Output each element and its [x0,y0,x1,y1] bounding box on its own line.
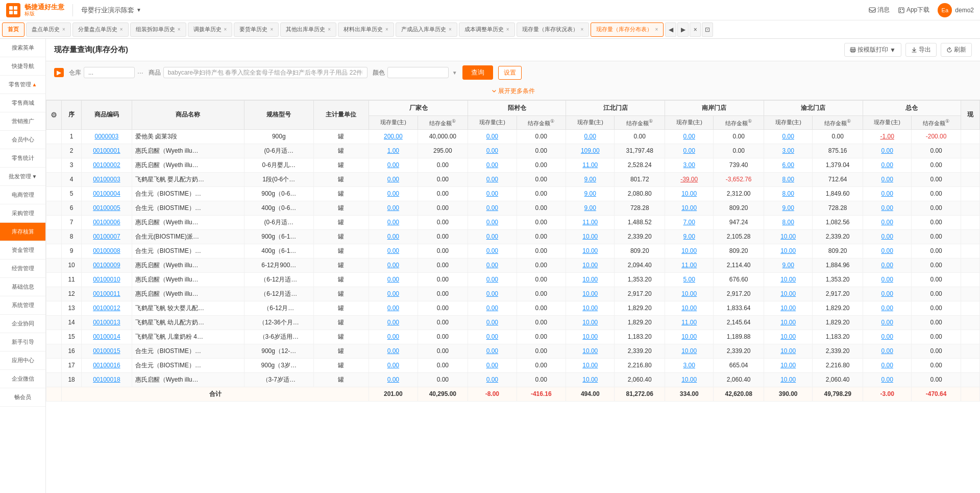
cell-code[interactable]: 00100011 [82,287,132,301]
tab-close-chengbentiaoz[interactable]: × [506,27,509,32]
cell-changjia-qty[interactable]: 0.00 [369,330,418,344]
cell-total-qty[interactable]: 0.00 [863,287,911,301]
cell-jiangbei-qty[interactable]: 10.00 [566,330,615,344]
cell-changjia-qty[interactable]: 0.00 [369,358,418,372]
cell-yubei-qty[interactable]: 6.00 [764,158,812,172]
sidebar-item-basic[interactable]: 基础信息 [0,278,45,296]
sidebar-item-ecom[interactable]: 电商管理 [0,186,45,204]
cell-yubei-qty[interactable]: 10.00 [764,287,812,301]
cell-changjia-qty[interactable]: 0.00 [369,272,418,287]
cell-mucun-qty[interactable]: 0.00 [468,215,517,229]
cell-code[interactable]: 00100008 [82,244,132,258]
cell-jiangbei-qty[interactable]: 9.00 [566,186,615,201]
tab-close-cailiaochu[interactable]: × [385,27,388,32]
color-dropdown-icon[interactable]: ▼ [452,70,457,76]
user-area[interactable]: Ea demo2 [938,3,974,17]
cell-nanan-qty[interactable]: 11.00 [665,258,713,272]
cell-total-qty[interactable]: 0.00 [863,344,911,358]
cell-changjia-qty[interactable]: 0.00 [369,158,418,172]
cell-jiangbei-qty[interactable]: 10.00 [566,244,615,258]
cell-yubei-qty[interactable]: 10.00 [764,358,812,372]
sidebar-item-retail-shop[interactable]: 零售商城 [0,94,45,112]
sidebar-item-retail-stats[interactable]: 零售统计 [0,149,45,168]
tab-close-kuanqk[interactable]: × [581,27,584,32]
cell-total-qty[interactable]: 0.00 [863,244,911,258]
print-btn[interactable]: 按模版打印▼ [844,43,901,57]
cell-code[interactable]: 00100012 [82,301,132,315]
cell-code[interactable]: 00100018 [82,372,132,387]
cell-nanan-qty[interactable]: 10.00 [665,372,713,387]
cell-code[interactable]: 00100010 [82,272,132,287]
cell-nanan-qty[interactable]: 10.00 [665,330,713,344]
cell-mucun-qty[interactable]: 0.00 [468,186,517,201]
cell-yubei-qty[interactable]: 3.00 [764,144,812,158]
cell-mucun-qty[interactable]: 0.00 [468,144,517,158]
cell-jiangbei-qty[interactable]: 9.00 [566,172,615,186]
expand-conditions-btn[interactable]: 展开更多条件 [491,87,535,96]
tab-home[interactable]: 首页 [2,22,24,37]
cell-nanan-qty[interactable]: 10.00 [665,344,713,358]
product-input[interactable] [163,67,368,78]
sidebar-item-apps[interactable]: 应用中心 [0,351,45,370]
cell-total-qty[interactable]: 0.00 [863,330,911,344]
export-btn[interactable]: 导出 [905,43,937,57]
cell-code[interactable]: 00100001 [82,144,132,158]
tab-fenpandian[interactable]: 分量盘点单历史 × [72,22,129,37]
sidebar-item-marketing[interactable]: 营销推广 [0,112,45,131]
cell-mucun-qty[interactable]: 0.00 [468,172,517,186]
tab-diaobuo[interactable]: 调拨单历史 × [188,22,233,37]
tab-close-chengpin[interactable]: × [449,27,452,32]
cell-nanan-qty[interactable]: 7.00 [665,215,713,229]
cell-nanan-qty[interactable]: 10.00 [665,244,713,258]
sidebar-item-nav[interactable]: 快捷导航 [0,57,45,76]
cell-changjia-qty[interactable]: 0.00 [369,215,418,229]
cell-mucun-qty[interactable]: 0.00 [468,158,517,172]
tab-yaohuo[interactable]: 要货单历史 × [234,22,279,37]
sidebar-item-member[interactable]: 会员中心 [0,131,45,149]
sidebar-item-finance[interactable]: 资金管理 [0,241,45,260]
cell-jiangbei-qty[interactable]: 11.00 [566,158,615,172]
sidebar-item-collab[interactable]: 企业协同 [0,315,45,333]
cell-code[interactable]: 00100007 [82,229,132,244]
cell-total-qty[interactable]: 0.00 [863,158,911,172]
cell-jiangbei-qty[interactable]: 10.00 [566,272,615,287]
cell-nanan-qty[interactable]: 5.00 [665,272,713,287]
cell-nanan-qty[interactable]: 9.00 [665,229,713,244]
cell-total-qty[interactable]: 0.00 [863,186,911,201]
cell-mucun-qty[interactable]: 0.00 [468,287,517,301]
cell-code[interactable]: 00100016 [82,358,132,372]
cell-yubei-qty[interactable]: 10.00 [764,301,812,315]
sidebar-item-guide[interactable]: 新手引导 [0,333,45,351]
cell-yubei-qty[interactable]: 10.00 [764,229,812,244]
cell-code[interactable]: 00100006 [82,215,132,229]
cell-code[interactable]: 00100014 [82,330,132,344]
cell-jiangbei-qty[interactable]: 0.00 [566,129,615,144]
cell-mucun-qty[interactable]: 0.00 [468,258,517,272]
sidebar-item-system[interactable]: 系统管理 [0,296,45,315]
cell-yubei-qty[interactable]: 9.00 [764,201,812,215]
message-btn[interactable]: 消息 [869,6,890,14]
cell-yubei-qty[interactable]: 10.00 [764,315,812,330]
cell-code[interactable]: 00100005 [82,201,132,215]
cell-jiangbei-qty[interactable]: 11.00 [566,215,615,229]
sidebar-item-retail-mgmt[interactable]: 零售管理 ▲ [0,76,45,94]
cell-jiangbei-qty[interactable]: 10.00 [566,301,615,315]
cell-jiangbei-qty[interactable]: 10.00 [566,315,615,330]
warehouse-input[interactable] [84,67,135,78]
cell-total-qty[interactable]: 0.00 [863,201,911,215]
cell-changjia-qty[interactable]: 0.00 [369,172,418,186]
cell-mucun-qty[interactable]: 0.00 [468,244,517,258]
tab-close-diaobuo[interactable]: × [224,27,227,32]
sidebar-item-member2[interactable]: 畅会员 [0,388,45,407]
cell-changjia-qty[interactable]: 0.00 [369,201,418,215]
tab-close-qitachuku[interactable]: × [328,27,331,32]
cell-jiangbei-qty[interactable]: 10.00 [566,344,615,358]
color-input[interactable] [387,67,449,78]
cell-changjia-qty[interactable]: 0.00 [369,258,418,272]
cell-jiangbei-qty[interactable]: 10.00 [566,372,615,387]
tab-xiancunl-kuanqk[interactable]: 现存量（库存状况表） × [517,22,590,37]
cell-yubei-qty[interactable]: 0.00 [764,129,812,144]
tab-close-zuzhuang[interactable]: × [178,27,181,32]
sidebar-item-wechat[interactable]: 企业微信 [0,370,45,388]
cell-code[interactable]: 00100002 [82,158,132,172]
